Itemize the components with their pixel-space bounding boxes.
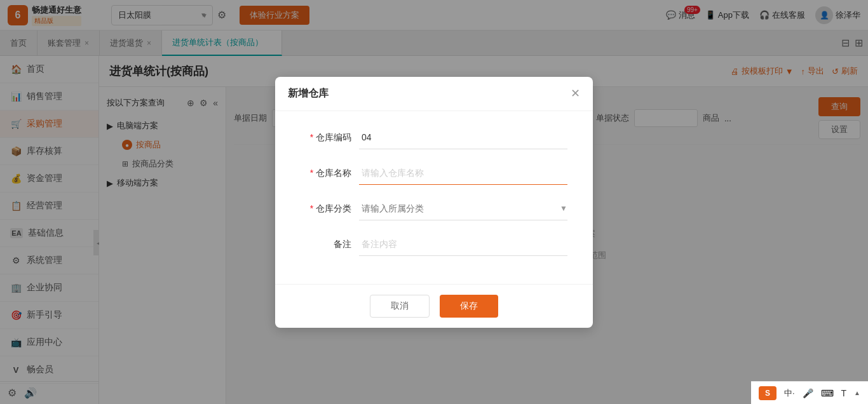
- form-row-code: 仓库编码: [301, 126, 567, 149]
- bottom-right-bar: S 中· 🎤 ⌨ T ▲: [751, 381, 868, 404]
- modal-header: 新增仓库 ✕: [275, 77, 593, 111]
- modal-footer: 取消 保存: [275, 284, 593, 328]
- modal-close-button[interactable]: ✕: [571, 88, 580, 99]
- modal-title: 新增仓库: [288, 87, 329, 100]
- form-row-name: 仓库名称: [301, 162, 567, 185]
- modal-new-warehouse: 新增仓库 ✕ 仓库编码 仓库名称 仓库分类 ▼: [275, 77, 593, 328]
- cancel-button[interactable]: 取消: [370, 295, 430, 318]
- category-label: 仓库分类: [301, 203, 351, 215]
- save-button[interactable]: 保存: [440, 295, 498, 318]
- category-chevron-icon: ▼: [560, 204, 567, 213]
- code-input[interactable]: [359, 126, 567, 149]
- form-row-category: 仓库分类 ▼: [301, 198, 567, 220]
- s-logo: S: [759, 386, 776, 400]
- code-label: 仓库编码: [301, 132, 351, 144]
- category-input[interactable]: [359, 198, 560, 220]
- lang-icon[interactable]: T: [841, 388, 847, 398]
- china-label: 中·: [784, 387, 795, 399]
- name-label: 仓库名称: [301, 168, 351, 179]
- more-icon[interactable]: ▲: [854, 389, 860, 396]
- modal-overlay[interactable]: 新增仓库 ✕ 仓库编码 仓库名称 仓库分类 ▼: [0, 0, 868, 404]
- modal-body: 仓库编码 仓库名称 仓库分类 ▼ 备注: [275, 111, 593, 284]
- category-select-wrap[interactable]: ▼: [359, 198, 567, 220]
- remark-input[interactable]: [359, 233, 567, 256]
- name-input[interactable]: [359, 162, 567, 185]
- mic-icon[interactable]: 🎤: [803, 388, 813, 398]
- remark-label: 备注: [301, 239, 351, 250]
- keyboard-icon[interactable]: ⌨: [821, 388, 834, 398]
- form-row-remark: 备注: [301, 233, 567, 256]
